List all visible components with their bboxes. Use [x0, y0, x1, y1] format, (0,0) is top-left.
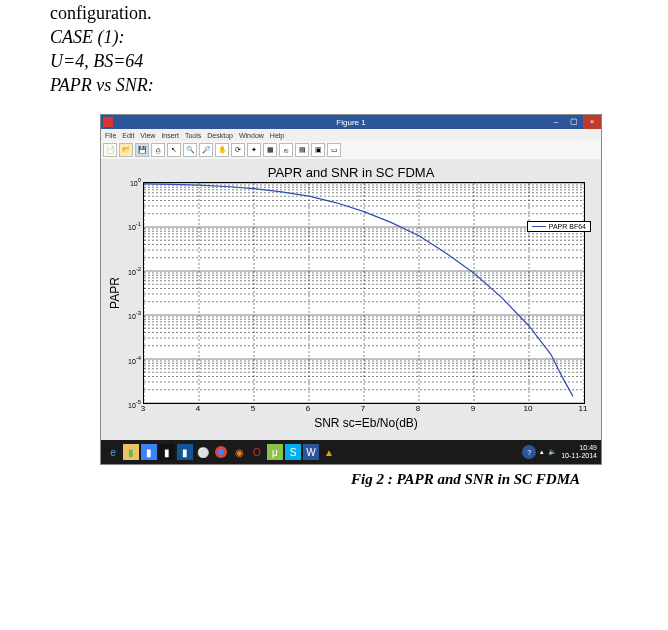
zoom-in-icon[interactable]: 🔍 [183, 143, 197, 157]
opera-icon[interactable]: O [249, 444, 265, 460]
app1-icon[interactable]: ▮ [141, 444, 157, 460]
y-axis-label: PAPR [105, 182, 125, 404]
new-icon[interactable]: 📄 [103, 143, 117, 157]
legend-line-icon [532, 226, 546, 227]
titlebar: Figure 1 – ▢ × [101, 115, 601, 129]
matlab-taskbar-icon[interactable]: ▲ [321, 444, 337, 460]
utorrent-icon[interactable]: μ [267, 444, 283, 460]
x-ticks: 34567891011 [143, 404, 583, 414]
menu-desktop[interactable]: Desktop [207, 132, 233, 139]
save-icon[interactable]: 💾 [135, 143, 149, 157]
pointer-icon[interactable]: ↖ [167, 143, 181, 157]
explorer-icon[interactable]: ▮ [123, 444, 139, 460]
plot-canvas [143, 182, 585, 404]
menu-tools[interactable]: Tools [185, 132, 201, 139]
figure-window: Figure 1 – ▢ × File Edit View Insert Too… [100, 114, 602, 465]
link-icon[interactable]: ⎋ [279, 143, 293, 157]
word-icon[interactable]: W [303, 444, 319, 460]
brush-icon[interactable]: ▦ [263, 143, 277, 157]
legend-label: PAPR BF64 [549, 223, 586, 230]
tray-date: 10-11-2014 [561, 452, 597, 460]
text-papr-vs-snr: PAPR vs SNR: [50, 75, 668, 96]
legend-icon[interactable]: ▣ [311, 143, 325, 157]
app3-icon[interactable]: ⚪ [195, 444, 211, 460]
menu-edit[interactable]: Edit [122, 132, 134, 139]
colorbar-icon[interactable]: ▤ [295, 143, 309, 157]
zoom-out-icon[interactable]: 🔎 [199, 143, 213, 157]
print-icon[interactable]: ⎙ [151, 143, 165, 157]
datacursor-icon[interactable]: ✦ [247, 143, 261, 157]
svg-point-56 [218, 449, 224, 455]
chart-title: PAPR and SNR in SC FDMA [105, 165, 597, 180]
text-case: CASE (1): [50, 27, 668, 48]
toolbar: 📄 📂 💾 ⎙ ↖ 🔍 🔎 ✋ ⟳ ✦ ▦ ⎋ ▤ ▣ ▭ [101, 141, 601, 159]
tray-sound-icon[interactable]: 🔈 [548, 448, 557, 456]
tray-time: 10:49 [561, 444, 597, 452]
app2-icon[interactable]: ▮ [159, 444, 175, 460]
tray-chevron-icon[interactable]: ▴ [540, 448, 544, 456]
text-configuration: configuration. [50, 3, 668, 24]
taskbar: e ▮ ▮ ▮ ▮ ⚪ ◉ O μ S W ▲ ? ▴ 🔈 10:49 10-1… [101, 440, 601, 464]
chrome-icon[interactable] [213, 444, 229, 460]
y-ticks: 100 10-1 10-2 10-3 10-4 10-5 [125, 182, 143, 404]
text-params: U=4, BS=64 [50, 51, 668, 72]
menu-view[interactable]: View [140, 132, 155, 139]
legend[interactable]: PAPR BF64 [527, 221, 591, 232]
maximize-button[interactable]: ▢ [565, 115, 583, 129]
figure-caption: Fig 2 : PAPR and SNR in SC FDMA [100, 471, 580, 488]
menu-insert[interactable]: Insert [161, 132, 179, 139]
store-icon[interactable]: ▮ [177, 444, 193, 460]
skype-icon[interactable]: S [285, 444, 301, 460]
minimize-button[interactable]: – [547, 115, 565, 129]
open-icon[interactable]: 📂 [119, 143, 133, 157]
matlab-icon [103, 117, 113, 127]
annotate-icon[interactable]: ▭ [327, 143, 341, 157]
x-axis-label: SNR sc=Eb/No(dB) [135, 416, 597, 430]
close-button[interactable]: × [583, 115, 601, 129]
menu-help[interactable]: Help [270, 132, 284, 139]
window-title: Figure 1 [336, 118, 365, 127]
rotate-icon[interactable]: ⟳ [231, 143, 245, 157]
menu-window[interactable]: Window [239, 132, 264, 139]
ie-icon[interactable]: e [105, 444, 121, 460]
menubar: File Edit View Insert Tools Desktop Wind… [101, 129, 601, 141]
firefox-icon[interactable]: ◉ [231, 444, 247, 460]
menu-file[interactable]: File [105, 132, 116, 139]
pan-icon[interactable]: ✋ [215, 143, 229, 157]
help-icon[interactable]: ? [522, 445, 536, 459]
